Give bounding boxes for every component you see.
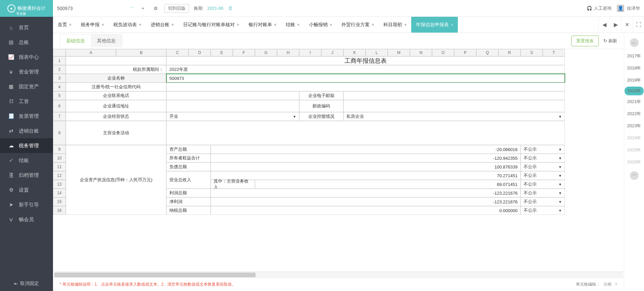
credit-code-cell[interactable] — [166, 83, 565, 91]
row-header[interactable]: 13 — [53, 180, 66, 189]
example-link[interactable]: 示例 — [603, 282, 611, 287]
year-option[interactable]: 2017年 — [627, 50, 641, 62]
sidebar-item-home[interactable]: ⌂首页 — [0, 20, 53, 35]
tab-close-icon[interactable]: × — [69, 22, 71, 27]
publish-select[interactable]: 不公示▼ — [521, 206, 565, 215]
year-up-button[interactable]: ︿ — [630, 38, 639, 47]
row-header[interactable]: 4 — [53, 83, 66, 91]
sidebar-item-asset[interactable]: ▦固定资产 — [0, 79, 53, 94]
tab-close-icon[interactable]: × — [404, 22, 407, 27]
tab-close-icon[interactable]: × — [274, 22, 276, 27]
fullscreen-button[interactable]: ⛶ — [633, 17, 644, 33]
tab-close-icon[interactable]: × — [372, 22, 374, 27]
sidebar-item-invoice[interactable]: 🧾发票管理 — [0, 109, 53, 124]
col-header[interactable]: C — [166, 49, 189, 56]
email-cell[interactable] — [343, 91, 565, 100]
sidebar-item-guide[interactable]: ➤新手引导 — [0, 197, 53, 212]
row-header[interactable]: 2 — [53, 65, 66, 74]
tab-close-icon[interactable]: × — [171, 22, 174, 27]
status-select[interactable]: 开业▼ — [166, 112, 299, 121]
period-value[interactable]: 2021-06 — [207, 6, 223, 11]
tab[interactable]: 外贸行业方案× — [337, 17, 379, 33]
tab[interactable]: 科目期初× — [379, 17, 411, 33]
row-header[interactable]: 3 — [53, 74, 66, 83]
horizontal-scrollbar[interactable] — [54, 272, 623, 278]
row-header[interactable]: 16 — [53, 206, 66, 215]
col-header[interactable]: J — [321, 49, 343, 56]
subtab[interactable]: 基础信息 — [60, 35, 91, 47]
value[interactable]: 69.071451 — [255, 180, 521, 189]
value[interactable]: 70.271451 — [211, 171, 521, 180]
tab[interactable]: 小畅报销× — [304, 17, 337, 33]
year-option[interactable]: 2021年 — [627, 96, 641, 107]
row-header[interactable]: 8 — [53, 121, 66, 145]
col-header[interactable]: P — [454, 49, 476, 56]
year-option[interactable]: 2019年 — [627, 75, 641, 86]
row-header[interactable]: 10 — [53, 154, 66, 162]
col-header[interactable]: G — [255, 49, 277, 56]
tab[interactable]: 税负波动表× — [109, 17, 146, 33]
year-option[interactable]: 2026年 — [627, 156, 641, 168]
phone-cell[interactable] — [166, 91, 299, 100]
col-header[interactable]: I — [299, 49, 321, 56]
main-biz-cell[interactable] — [166, 121, 565, 145]
tab[interactable]: 银行对账单× — [244, 17, 281, 33]
refresh-button[interactable]: ↻ 刷新 — [603, 38, 617, 44]
cell[interactable] — [66, 56, 166, 65]
sheet-wrap[interactable]: ABCDEFGHIJKLMNOPQRST12345678910111213141… — [53, 49, 624, 272]
col-header[interactable]: H — [277, 49, 299, 56]
col-header[interactable]: L — [366, 49, 388, 56]
sidebar-item-close[interactable]: ✓结账 — [0, 153, 53, 168]
col-header[interactable]: N — [410, 49, 432, 56]
year-option[interactable]: 2024年 — [627, 132, 641, 144]
holding-select[interactable]: 私营企业▼ — [343, 112, 565, 121]
tab-close-icon[interactable]: × — [330, 22, 332, 27]
col-header[interactable]: S — [521, 49, 543, 56]
year-option[interactable]: 2022年 — [627, 108, 641, 119]
period-value[interactable]: 2022年度 — [166, 65, 565, 74]
tab[interactable]: 结账× — [281, 17, 304, 33]
settings-icon[interactable]: ⚙ — [152, 4, 160, 12]
sidebar-item-salary[interactable]: ☷工资 — [0, 94, 53, 109]
tab-close-icon[interactable]: × — [237, 22, 239, 27]
publish-select[interactable]: 不公示▼ — [521, 145, 565, 154]
value[interactable]: -20.066016 — [211, 145, 521, 154]
tab[interactable]: 首页× — [53, 17, 76, 33]
add-button[interactable]: ＋ — [139, 4, 147, 12]
sidebar-item-ledger[interactable]: ▤总账 — [0, 35, 53, 50]
consult-button[interactable]: 🎧 人工咨询 — [587, 5, 611, 11]
tab-next-button[interactable]: ▶ — [610, 17, 621, 33]
publish-select[interactable]: 不公示▼ — [521, 171, 565, 180]
year-option[interactable]: 2025年 — [627, 144, 641, 156]
sidebar-item-settings[interactable]: ⚙设置 — [0, 183, 53, 197]
row-header[interactable]: 6 — [53, 100, 66, 112]
value[interactable]: 0.000000 — [211, 206, 521, 215]
help-icon[interactable]: ? — [615, 282, 617, 287]
row-header[interactable]: 14 — [53, 189, 66, 197]
col-header[interactable]: M — [388, 49, 410, 56]
tab[interactable]: 税务申报× — [76, 17, 109, 33]
publish-select[interactable]: 不公示▼ — [521, 197, 565, 206]
col-header[interactable]: A — [66, 49, 116, 56]
row-header[interactable]: 12 — [53, 171, 66, 180]
col-header[interactable]: T — [543, 49, 565, 56]
user-menu[interactable]: 👤 徐泽华 — [617, 5, 640, 12]
col-header[interactable]: F — [233, 49, 255, 56]
year-option[interactable]: 2020年 — [625, 87, 644, 95]
value[interactable]: 100.876339 — [211, 162, 521, 171]
address-cell[interactable] — [166, 100, 299, 112]
value[interactable]: -120.942355 — [211, 154, 521, 162]
row-header[interactable]: 5 — [53, 91, 66, 100]
tab-close-icon[interactable]: × — [139, 22, 141, 27]
tab[interactable]: 年报信息申报表× — [411, 17, 458, 33]
zip-cell[interactable] — [343, 100, 565, 112]
publish-select[interactable]: 不公示▼ — [521, 154, 565, 162]
sidebar-item-archive[interactable]: 🗄归档管理 — [0, 168, 53, 183]
sidebar-item-vip[interactable]: V畅会员 — [0, 212, 53, 227]
company-name-cell[interactable]: 500973 — [166, 74, 565, 83]
regenerate-button[interactable]: 重置报表 — [571, 36, 599, 46]
year-option[interactable]: 2023年 — [627, 120, 641, 132]
tab-close-all-button[interactable]: ✕ — [621, 17, 633, 33]
col-header[interactable]: D — [189, 49, 211, 56]
tab[interactable]: 进销台账× — [146, 17, 178, 33]
